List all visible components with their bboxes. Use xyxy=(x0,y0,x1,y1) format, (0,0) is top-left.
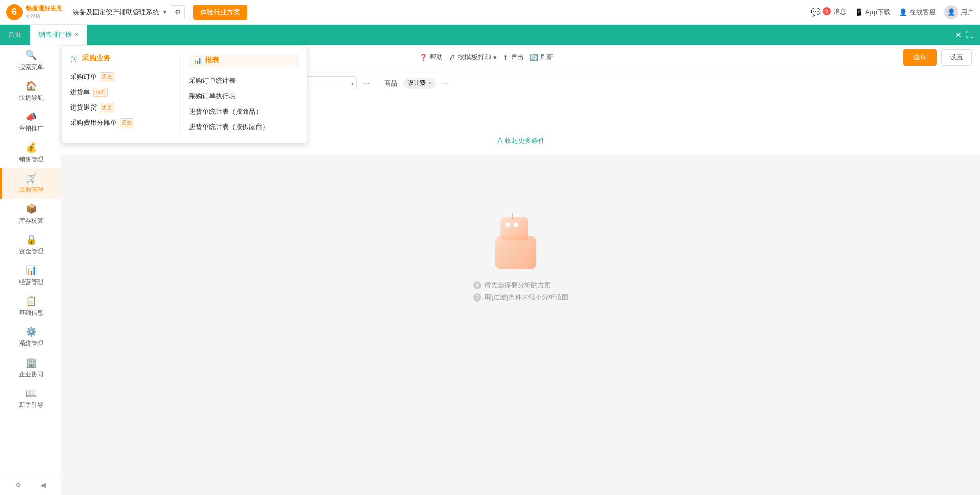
app-download-btn[interactable]: 📱 App下载 xyxy=(855,8,890,17)
operations-icon: 📊 xyxy=(26,265,37,276)
help-icon: ❓ xyxy=(419,54,428,61)
help-btn[interactable]: ❓ 帮助 xyxy=(419,53,443,62)
base-info-icon: 📋 xyxy=(26,295,37,307)
guide-icon: 📖 xyxy=(26,388,37,399)
po-exec-label: 采购订单执行表 xyxy=(189,92,236,101)
empty-hint-list: 1 请先选择要分析的方案 2 用[过滤]条件来缩小分析范围 xyxy=(473,281,568,302)
tab-sales-ranking[interactable]: 销售排行榜 × xyxy=(30,25,87,45)
export-icon: ⬆ xyxy=(503,54,508,61)
system-dropdown-btn[interactable]: ▾ xyxy=(163,9,166,16)
system-title-area: 装备及固定资产辅助管理系统 ▾ ⚙ 体验行业方案 xyxy=(73,5,811,20)
empty-hint1: 请先选择要分析的方案 xyxy=(484,281,551,290)
sidebar-item-guide[interactable]: 📖 新手引导 xyxy=(0,383,61,414)
message-icon: 💬 xyxy=(811,7,821,17)
user-btn[interactable]: 👤 用户 xyxy=(944,5,974,19)
refresh-btn[interactable]: 🔄 刷新 xyxy=(530,53,553,62)
report-title-icon: 📊 xyxy=(193,56,202,64)
goods-return-label: 进货退货 xyxy=(70,103,97,112)
sidebar-item-sales[interactable]: 💰 销售管理 xyxy=(0,137,61,168)
sidebar-item-operations[interactable]: 📊 经营管理 xyxy=(0,260,61,291)
toolbar-actions: ❓ 帮助 🖨 按模板打印 ▾ ⬆ 导出 🔄 刷新 xyxy=(419,53,553,62)
help-label: 帮助 xyxy=(430,53,443,62)
online-service-btn[interactable]: 👤 在线客服 xyxy=(899,8,936,17)
goods-more-icon[interactable]: ··· xyxy=(442,79,449,88)
empty-state: 1 请先选择要分析的方案 2 用[过滤]条件来缩小分析范围 xyxy=(61,155,980,360)
purchase-expense-label: 采购费用分摊单 xyxy=(70,118,117,127)
sidebar-item-quick-nav-label: 快捷导航 xyxy=(19,94,44,102)
dropdown-item-receipt-by-supplier[interactable]: 进货单统计表（按供应商） xyxy=(189,119,299,135)
purchase-business-col: 🛒 采购业务 采购订单 历史 进货单 历史 进货退货 历史 采购费用分摊单 历史 xyxy=(70,54,180,135)
sidebar-item-finance[interactable]: 🔒 资金管理 xyxy=(0,229,61,260)
print-dropdown-icon: ▾ xyxy=(493,54,497,61)
system-icon: ⚙️ xyxy=(26,326,37,337)
dropdown-item-goods-return[interactable]: 进货退货 历史 xyxy=(70,100,180,115)
print-btn[interactable]: 🖨 按模板打印 ▾ xyxy=(449,53,497,62)
report-title-label: 报表 xyxy=(205,56,219,65)
message-btn[interactable]: 💬 5 消息 xyxy=(811,7,846,17)
purchase-business-title: 🛒 采购业务 xyxy=(70,54,180,63)
sidebar-item-base-info[interactable]: 📋 基础信息 xyxy=(0,291,61,321)
message-badge: 5 xyxy=(823,7,831,15)
po-stats-label: 采购订单统计表 xyxy=(189,76,236,85)
tab-sales-ranking-label: 销售排行榜 xyxy=(38,30,72,39)
settings-page-btn[interactable]: 设置 xyxy=(941,49,972,66)
sidebar-item-base-info-label: 基础信息 xyxy=(19,309,44,317)
sidebar-collapse-icon[interactable]: ◀ xyxy=(40,481,46,489)
collapse-label: 收起更多条件 xyxy=(505,136,545,145)
dropdown-item-po-exec[interactable]: 采购订单执行表 xyxy=(189,89,299,104)
tab-bar-right: ✕ ⛶ xyxy=(955,30,980,40)
query-btn[interactable]: 查询 xyxy=(903,49,937,66)
purchase-dropdown-menu: 🛒 采购业务 采购订单 历史 进货单 历史 进货退货 历史 采购费用分摊单 历史… xyxy=(61,45,307,143)
purchase-expense-hist: 历史 xyxy=(120,118,134,127)
settings-icon[interactable]: ⚙ xyxy=(171,5,185,19)
sidebar-item-system[interactable]: ⚙️ 系统管理 xyxy=(0,321,61,352)
sidebar-item-guide-label: 新手引导 xyxy=(19,401,44,410)
sidebar: 🔍 搜索菜单 🏠 快捷导航 📣 营销推广 💰 销售管理 🛒 采购管理 📦 库存核… xyxy=(0,45,61,495)
sidebar-item-finance-label: 资金管理 xyxy=(19,247,44,256)
dropdown-item-receipt-by-goods[interactable]: 进货单统计表（按商品） xyxy=(189,104,299,119)
sidebar-item-enterprise-label: 企业协同 xyxy=(19,370,44,379)
inventory-icon: 📦 xyxy=(26,203,37,214)
receipt-by-supplier-label: 进货单统计表（按供应商） xyxy=(189,122,269,132)
sidebar-item-system-label: 系统管理 xyxy=(19,339,44,348)
tab-home-label: 首页 xyxy=(8,30,22,39)
service-icon: 👤 xyxy=(899,8,907,16)
logo-text-block: 畅捷通好生意 标准版 xyxy=(26,4,62,20)
system-title: 装备及固定资产辅助管理系统 xyxy=(73,8,159,17)
hint2-bullet: 2 xyxy=(473,293,481,302)
dropdown-item-purchase-order[interactable]: 采购订单 历史 xyxy=(70,69,180,84)
enterprise-icon: 🏢 xyxy=(26,357,37,368)
sidebar-item-purchase[interactable]: 🛒 采购管理 xyxy=(0,168,61,199)
sidebar-bottom: ⚙ ◀ xyxy=(0,475,61,495)
tab-maximize-icon[interactable]: ⛶ xyxy=(966,30,974,39)
sales-icon: 💰 xyxy=(26,142,37,153)
logo-area: 6 畅捷通好生意 标准版 xyxy=(6,4,68,20)
purchase-title-label: 采购业务 xyxy=(82,54,111,63)
industry-btn[interactable]: 体验行业方案 xyxy=(193,5,247,20)
tab-close-icon[interactable]: × xyxy=(75,31,78,38)
export-label: 导出 xyxy=(510,53,524,62)
tab-close-all-icon[interactable]: ✕ xyxy=(955,30,962,40)
collapse-icon: ⋀ xyxy=(497,136,503,145)
sidebar-item-inventory[interactable]: 📦 库存核算 xyxy=(0,199,61,229)
tab-home[interactable]: 首页 xyxy=(0,25,30,45)
purchase-title-icon: 🛒 xyxy=(70,54,79,62)
goods-tag-remove-icon[interactable]: × xyxy=(428,80,432,87)
report-title: 📊 报表 xyxy=(189,54,299,67)
sidebar-item-operations-label: 经营管理 xyxy=(19,278,44,287)
home-icon: 🏠 xyxy=(26,80,37,92)
voucher-status-more-icon[interactable]: ··· xyxy=(363,79,370,88)
goods-receipt-hist: 历史 xyxy=(93,88,108,97)
sidebar-item-quick-nav[interactable]: 🏠 快捷导航 xyxy=(0,76,61,106)
sidebar-item-enterprise[interactable]: 🏢 企业协同 xyxy=(0,352,61,383)
logo-title: 畅捷通好生意 xyxy=(26,4,62,13)
finance-icon: 🔒 xyxy=(26,234,37,245)
sidebar-item-search[interactable]: 🔍 搜索菜单 xyxy=(0,45,61,76)
dropdown-item-goods-receipt[interactable]: 进货单 历史 xyxy=(70,84,180,100)
dropdown-item-po-stats[interactable]: 采购订单统计表 xyxy=(189,73,299,89)
sidebar-item-marketing[interactable]: 📣 营销推广 xyxy=(0,106,61,137)
dropdown-item-purchase-expense[interactable]: 采购费用分摊单 历史 xyxy=(70,115,180,131)
export-btn[interactable]: ⬆ 导出 xyxy=(503,53,524,62)
sidebar-settings-icon[interactable]: ⚙ xyxy=(15,481,22,489)
sidebar-item-inventory-label: 库存核算 xyxy=(19,217,44,225)
